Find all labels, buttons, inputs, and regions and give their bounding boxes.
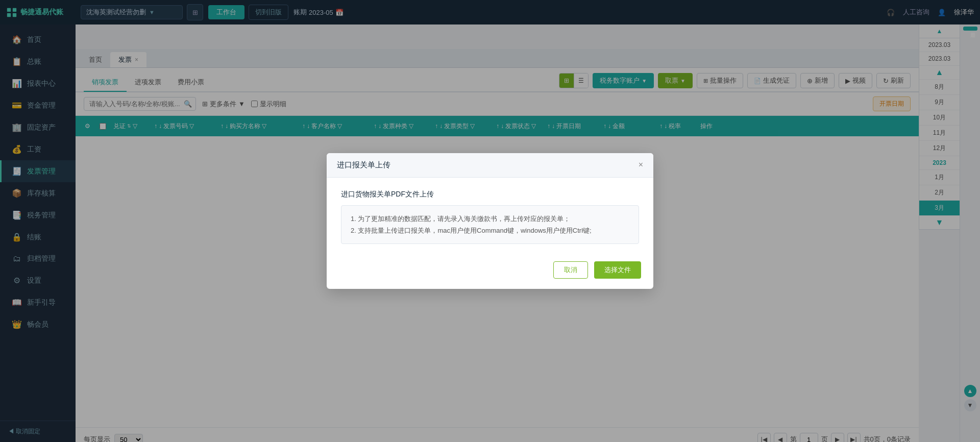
modal-section-title: 进口货物报关单PDF文件上传	[341, 190, 639, 199]
modal-overlay: 进口报关单上传 × 进口货物报关单PDF文件上传 1. 为了更加精准的数据匹配，…	[0, 0, 980, 442]
modal-cancel-button[interactable]: 取消	[553, 261, 588, 279]
modal-title: 进口报关单上传	[337, 160, 390, 170]
modal-notice-line-2: 2. 支持批量上传进口报关单，mac用户使用Command键，windows用户…	[351, 225, 629, 236]
modal-notice-line-1: 1. 为了更加精准的数据匹配，请先录入海关缴款书，再上传对应的报关单；	[351, 213, 629, 225]
modal-select-file-button[interactable]: 选择文件	[594, 261, 641, 279]
modal-notice: 1. 为了更加精准的数据匹配，请先录入海关缴款书，再上传对应的报关单； 2. 支…	[341, 205, 639, 244]
modal-footer: 取消 选择文件	[327, 254, 653, 289]
import-customs-modal: 进口报关单上传 × 进口货物报关单PDF文件上传 1. 为了更加精准的数据匹配，…	[327, 153, 653, 289]
modal-close-button[interactable]: ×	[639, 160, 643, 169]
modal-header: 进口报关单上传 ×	[327, 153, 653, 178]
modal-body: 进口货物报关单PDF文件上传 1. 为了更加精准的数据匹配，请先录入海关缴款书，…	[327, 178, 653, 255]
